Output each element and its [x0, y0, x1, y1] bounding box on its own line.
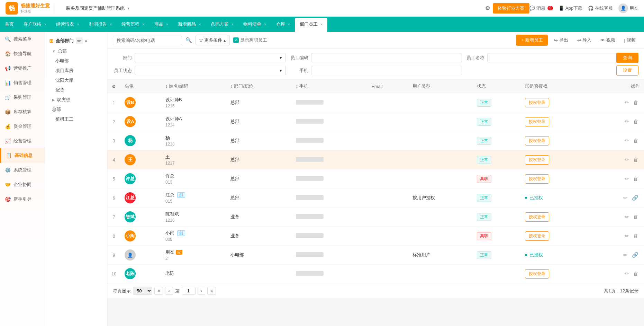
- delete-button[interactable]: 🗑: [632, 232, 640, 239]
- close-icon[interactable]: ×: [142, 22, 144, 26]
- auth-login-button[interactable]: 授权登录: [525, 98, 549, 107]
- query-button[interactable]: 查询: [616, 53, 638, 63]
- import-button[interactable]: ↩ 导入: [574, 35, 594, 45]
- delete-button[interactable]: 🗑: [632, 99, 640, 106]
- more-filters-button[interactable]: ▽ 更多条件 ▴: [196, 35, 230, 45]
- per-page-select[interactable]: 50 100 200: [133, 287, 152, 295]
- delete-button[interactable]: 🗑: [632, 156, 640, 163]
- filter-phone-input[interactable]: [311, 66, 462, 75]
- close-icon[interactable]: ×: [232, 22, 234, 26]
- auth-login-button[interactable]: 授权登录: [525, 231, 549, 241]
- auth-login-button[interactable]: 授权登录: [525, 117, 549, 126]
- more-button[interactable]: | 视频: [622, 35, 638, 45]
- edit-button[interactable]: ✏: [623, 213, 631, 221]
- filter-empcode-input[interactable]: [311, 53, 462, 62]
- sidebar-item-search[interactable]: 🔍 搜索菜单: [0, 32, 45, 46]
- tab-bom[interactable]: 物料清单 ×: [238, 17, 271, 32]
- online-service-button[interactable]: 🎧 在线客服: [588, 5, 613, 11]
- sidebar-item-marketing[interactable]: 📢 营销推广: [0, 61, 45, 76]
- dept-item-shuanghu[interactable]: ▶ 双虎想: [45, 95, 107, 105]
- sidebar-item-basic[interactable]: 📋 基础信息: [0, 148, 45, 163]
- delete-button[interactable]: 🗑: [632, 137, 640, 144]
- dept-item-project[interactable]: 项目库房: [45, 66, 107, 76]
- user-menu[interactable]: 👤 用友: [618, 3, 638, 13]
- tab-customer[interactable]: 客户联络 ×: [19, 17, 51, 32]
- auth-login-button[interactable]: 授权登录: [525, 174, 549, 184]
- close-icon[interactable]: ×: [320, 22, 323, 26]
- auth-login-button[interactable]: 授权登录: [525, 269, 549, 279]
- dropdown-arrow-icon[interactable]: ▾: [127, 6, 129, 11]
- edit-button[interactable]: ✏: [622, 194, 629, 202]
- app-download-button[interactable]: 📱 App下载: [559, 5, 582, 11]
- edit-button[interactable]: ✏: [623, 232, 631, 240]
- dept-item-general[interactable]: ▼ 总部: [45, 46, 107, 56]
- delete-button[interactable]: 🗑: [632, 213, 640, 220]
- edit-button[interactable]: ✏: [623, 118, 631, 125]
- sidebar-item-guide[interactable]: 🎯 新手引导: [0, 192, 45, 206]
- close-icon[interactable]: ×: [77, 22, 79, 26]
- filter-status-select[interactable]: ▾: [135, 66, 286, 75]
- col-dept[interactable]: ↕ 部门/职位: [226, 80, 291, 93]
- dept-item-zongbu[interactable]: 总部: [45, 105, 107, 114]
- tab-home[interactable]: 首页: [0, 17, 19, 32]
- message-button[interactable]: 💬 消息 5: [529, 5, 553, 11]
- delete-button[interactable]: 🗑: [632, 175, 640, 182]
- dept-item-xiaodibu[interactable]: 小电部: [45, 56, 107, 66]
- col-phone[interactable]: ↕ 手机: [292, 80, 367, 93]
- dept-edit-icon[interactable]: ✏: [76, 37, 83, 44]
- delete-button[interactable]: 🗑: [632, 270, 640, 277]
- filter-empname-input[interactable]: [487, 53, 638, 62]
- filter-dept-select[interactable]: ▾: [135, 53, 286, 62]
- tab-profit[interactable]: 利润报告 ×: [84, 17, 117, 32]
- search-button[interactable]: 🔍: [185, 37, 192, 43]
- dept-item-distribution[interactable]: 配货: [45, 85, 107, 95]
- delete-button[interactable]: 🔗: [631, 251, 640, 259]
- dept-item-shenyang[interactable]: 沈阳大库: [45, 76, 107, 85]
- sidebar-item-finance[interactable]: 💰 资金管理: [0, 119, 45, 134]
- sidebar-item-collab[interactable]: 🤝 企业协同: [0, 177, 45, 192]
- close-icon[interactable]: ×: [44, 22, 46, 26]
- search-input[interactable]: [113, 36, 182, 45]
- auth-login-button[interactable]: 授权登录: [525, 155, 549, 165]
- auth-login-button[interactable]: 授权登录: [525, 212, 549, 222]
- edit-button[interactable]: ✏: [623, 156, 631, 164]
- sidebar-item-sales[interactable]: 📊 销售管理: [0, 76, 45, 90]
- tab-goods[interactable]: 商品 ×: [149, 17, 173, 32]
- last-page-button[interactable]: »: [207, 287, 216, 295]
- edit-button[interactable]: ✏: [622, 251, 629, 259]
- delete-button[interactable]: 🗑: [632, 118, 640, 125]
- views-button[interactable]: 👁 视频: [598, 35, 618, 45]
- sidebar-item-management[interactable]: 📈 经营管理: [0, 134, 45, 148]
- settings-button[interactable]: ⚙: [485, 5, 490, 11]
- show-disabled-toggle[interactable]: ✓ 显示离职员工: [233, 37, 267, 43]
- prev-page-button[interactable]: ‹: [165, 287, 173, 295]
- experience-button[interactable]: 体验行业方案: [493, 3, 529, 14]
- add-employee-button[interactable]: + 新增员工: [516, 35, 547, 46]
- close-icon[interactable]: ×: [166, 22, 168, 26]
- edit-button[interactable]: ✏: [623, 270, 631, 277]
- auth-login-button[interactable]: 授权登录: [525, 136, 549, 146]
- edit-button[interactable]: ✏: [623, 99, 631, 106]
- tab-history[interactable]: 经营历程 ×: [117, 17, 149, 32]
- edit-button[interactable]: ✏: [623, 175, 631, 183]
- tab-new-goods[interactable]: 新增商品 ×: [173, 17, 206, 32]
- tab-employees[interactable]: 部门员工 ×: [295, 18, 327, 32]
- sidebar-item-inventory[interactable]: 📦 库存核算: [0, 105, 45, 119]
- next-page-button[interactable]: ›: [198, 287, 205, 295]
- edit-button[interactable]: ✏: [623, 137, 631, 144]
- close-icon[interactable]: ×: [110, 22, 112, 26]
- col-name[interactable]: ↕ 姓名/编码: [161, 80, 226, 93]
- close-icon[interactable]: ×: [264, 22, 266, 26]
- close-icon[interactable]: ×: [199, 22, 201, 26]
- dept-collapse-icon[interactable]: «: [85, 38, 88, 44]
- sidebar-item-system[interactable]: ⚙️ 系统管理: [0, 163, 45, 177]
- page-input[interactable]: [182, 287, 196, 295]
- tab-warehouse[interactable]: 仓库 ×: [271, 17, 295, 32]
- reset-button[interactable]: 设置: [616, 65, 638, 76]
- tab-operation[interactable]: 经营情况 ×: [51, 17, 84, 32]
- dept-item-zhishu[interactable]: 植树王二: [45, 114, 107, 124]
- close-icon[interactable]: ×: [288, 22, 290, 26]
- first-page-button[interactable]: «: [154, 287, 163, 295]
- sidebar-item-purchase[interactable]: 🛒 采购管理: [0, 90, 45, 105]
- delete-button[interactable]: 🔗: [631, 194, 640, 202]
